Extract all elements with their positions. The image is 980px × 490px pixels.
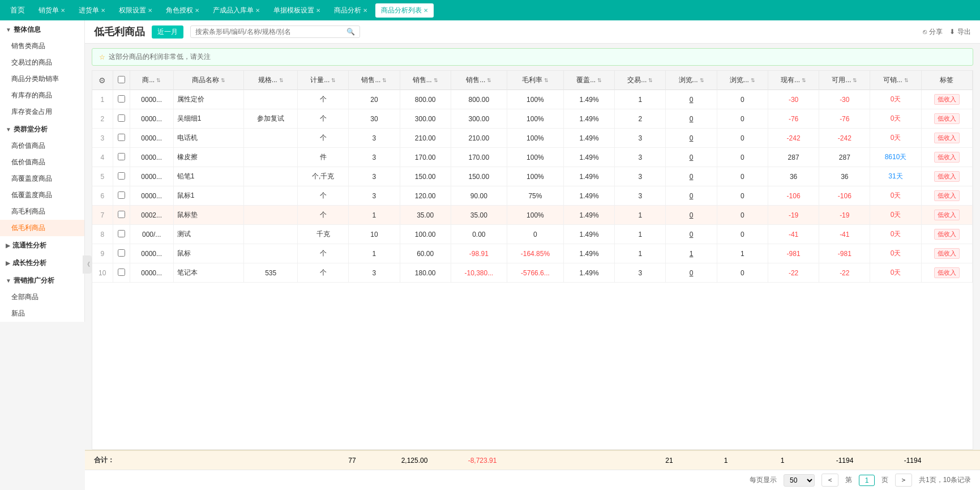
col-sellable[interactable]: 可销...⇅ [870, 71, 921, 90]
nav-product-entry[interactable]: 产成品入库单✕ [207, 3, 266, 18]
nav-close-goods[interactable]: ✕ [363, 7, 367, 14]
sidebar-group-cluster[interactable]: ▼ 类群堂分析 [0, 120, 84, 138]
col-spec[interactable]: 规格...⇅ [244, 71, 298, 90]
sidebar-group-flow[interactable]: ▶ 流通性分析 [0, 236, 84, 254]
col-checkbox-all[interactable] [113, 71, 130, 90]
sidebar-item-high-coverage[interactable]: 高覆盖度商品 [0, 171, 84, 187]
row-select-checkbox[interactable] [118, 230, 125, 237]
export-button[interactable]: ⬇ 导出 [949, 27, 971, 37]
row-checkbox[interactable] [113, 206, 130, 225]
col-coverage[interactable]: 覆盖...⇅ [564, 71, 615, 90]
row-name[interactable]: 橡皮擦 [173, 148, 243, 167]
row-select-checkbox[interactable] [118, 269, 125, 276]
row-name[interactable]: 鼠标 [173, 244, 243, 263]
row-checkbox[interactable] [113, 129, 130, 148]
sidebar-item-all-goods[interactable]: 全部商品 [0, 289, 84, 305]
search-input[interactable] [195, 28, 346, 36]
data-table-container[interactable]: ⚙ 商...⇅ 商品名称⇅ 规格...⇅ 计量...⇅ 销售...⇅ 销售...… [92, 70, 973, 450]
row-checkbox[interactable] [113, 90, 130, 109]
nav-close-template[interactable]: ✕ [316, 7, 320, 14]
page-size-select[interactable]: 50 100 200 [784, 474, 815, 487]
row-select-checkbox[interactable] [118, 95, 125, 103]
col-sales-profit[interactable]: 销售...⇅ [451, 71, 507, 90]
nav-close-permissions[interactable]: ✕ [148, 7, 152, 14]
nav-close-sales[interactable]: ✕ [61, 7, 65, 14]
col-view2[interactable]: 浏览...⇅ [717, 71, 768, 90]
nav-template[interactable]: 单据模板设置✕ [268, 3, 326, 18]
sidebar-item-high-value[interactable]: 高价值商品 [0, 138, 84, 154]
search-icon[interactable]: 🔍 [346, 28, 355, 36]
row-name[interactable]: 测试 [173, 225, 243, 244]
share-button[interactable]: ⎋ 分享 [923, 27, 943, 37]
sidebar-group-growth[interactable]: ▶ 成长性分析 [0, 254, 84, 271]
col-sales-price[interactable]: 销售...⇅ [400, 71, 451, 90]
row-select-checkbox[interactable] [118, 211, 125, 218]
sidebar-item-low-coverage[interactable]: 低覆盖度商品 [0, 187, 84, 203]
nav-close-list[interactable]: ✕ [423, 7, 428, 14]
row-checkbox[interactable] [113, 186, 130, 206]
col-name[interactable]: 商品名称⇅ [173, 71, 243, 90]
sidebar-item-category-rate[interactable]: 商品分类助销率 [0, 71, 84, 87]
row-view1[interactable]: 0 [666, 167, 717, 186]
col-unit[interactable]: 计量...⇅ [298, 71, 349, 90]
row-name[interactable]: 电话机 [173, 129, 243, 148]
row-view1[interactable]: 0 [666, 129, 717, 148]
sidebar-item-low-value[interactable]: 低价值商品 [0, 154, 84, 171]
row-name[interactable]: 吴细细1 [173, 109, 243, 129]
row-select-checkbox[interactable] [118, 249, 125, 257]
col-available[interactable]: 可用...⇅ [819, 71, 870, 90]
nav-close-purchase[interactable]: ✕ [101, 7, 105, 14]
prev-page-button[interactable]: ＜ [821, 474, 838, 487]
nav-goods-analysis[interactable]: 商品分析✕ [328, 3, 373, 18]
row-view1[interactable]: 0 [666, 263, 717, 283]
row-checkbox[interactable] [113, 263, 130, 283]
row-checkbox[interactable] [113, 167, 130, 186]
sidebar-item-traded-goods[interactable]: 交易过的商品 [0, 54, 84, 71]
row-select-checkbox[interactable] [118, 114, 125, 122]
nav-sales[interactable]: 销货单✕ [33, 3, 71, 18]
nav-home[interactable]: 首页 [5, 3, 31, 18]
row-view1[interactable]: 0 [666, 90, 717, 109]
row-select-checkbox[interactable] [118, 134, 125, 141]
row-name[interactable]: 鼠标垫 [173, 206, 243, 225]
sidebar-item-sales-goods[interactable]: 销售类商品 [0, 38, 84, 54]
nav-role-auth[interactable]: 角色授权✕ [160, 3, 205, 18]
next-page-button[interactable]: ＞ [895, 474, 912, 487]
nav-purchase[interactable]: 进货单✕ [73, 3, 111, 18]
row-select-checkbox[interactable] [118, 153, 125, 160]
row-name[interactable]: 鼠标1 [173, 186, 243, 206]
col-gross-rate[interactable]: 毛利率⇅ [507, 71, 563, 90]
row-name[interactable]: 属性定价 [173, 90, 243, 109]
col-trade[interactable]: 交易...⇅ [615, 71, 666, 90]
col-gear[interactable]: ⚙ [92, 71, 113, 90]
row-checkbox[interactable] [113, 244, 130, 263]
col-current[interactable]: 现有...⇅ [768, 71, 819, 90]
sidebar-item-stock-capital[interactable]: 库存资金占用 [0, 104, 84, 120]
row-view1[interactable]: 0 [666, 206, 717, 225]
sidebar-group-marketing[interactable]: ▼ 营销推广分析 [0, 271, 84, 289]
col-sales-qty[interactable]: 销售...⇅ [349, 71, 400, 90]
row-checkbox[interactable] [113, 109, 130, 129]
row-view1[interactable]: 0 [666, 148, 717, 167]
nav-close-role[interactable]: ✕ [195, 7, 199, 14]
row-checkbox[interactable] [113, 225, 130, 244]
row-view1[interactable]: 0 [666, 225, 717, 244]
row-name[interactable]: 笔记本 [173, 263, 243, 283]
sidebar-collapse-button[interactable]: 《 [83, 255, 92, 274]
row-view1[interactable]: 0 [666, 186, 717, 206]
row-view1[interactable]: 1 [666, 244, 717, 263]
row-view1[interactable]: 0 [666, 109, 717, 129]
col-view1[interactable]: 浏览...⇅ [666, 71, 717, 90]
col-code[interactable]: 商...⇅ [130, 71, 173, 90]
sidebar-group-overall[interactable]: ▼ 整体信息 [0, 20, 84, 38]
nav-permissions[interactable]: 权限设置✕ [113, 3, 158, 18]
row-checkbox[interactable] [113, 148, 130, 167]
sidebar-item-high-margin[interactable]: 高毛利商品 [0, 203, 84, 220]
select-all-checkbox[interactable] [118, 76, 125, 83]
filter-period-button[interactable]: 近一月 [152, 25, 183, 39]
row-select-checkbox[interactable] [118, 191, 125, 199]
gear-icon[interactable]: ⚙ [99, 76, 106, 85]
nav-close-product[interactable]: ✕ [255, 7, 260, 14]
row-select-checkbox[interactable] [118, 172, 125, 180]
sidebar-item-stock-goods[interactable]: 有库存的商品 [0, 87, 84, 104]
